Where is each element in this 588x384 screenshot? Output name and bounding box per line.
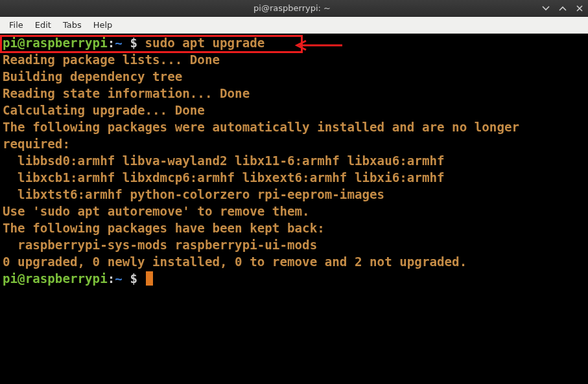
prompt-symbol: $	[123, 271, 145, 286]
prompt-user-host: pi@raspberrypi	[3, 271, 108, 286]
terminal-line-prompt-1: pi@raspberrypi:~ $ sudo apt upgrade	[3, 35, 585, 52]
prompt-user-host: pi@raspberrypi	[3, 36, 108, 51]
menu-item-edit[interactable]: Edit	[30, 18, 56, 32]
maximize-icon[interactable]	[558, 4, 567, 13]
menu-item-help[interactable]: Help	[88, 18, 118, 32]
minimize-icon[interactable]	[541, 4, 550, 13]
terminal-output-line: The following packages have been kept ba…	[3, 220, 585, 237]
window-controls	[331, 4, 588, 13]
prompt-separator: :	[108, 36, 115, 51]
terminal-output-line: The following packages were automaticall…	[3, 119, 585, 136]
prompt-path: ~	[115, 36, 123, 51]
terminal-output-line: Reading package lists... Done	[3, 52, 585, 69]
prompt-path: ~	[115, 271, 123, 286]
terminal-output-line: libxtst6:armhf python-colorzero rpi-eepr…	[3, 186, 585, 203]
terminal-cursor	[146, 271, 153, 286]
terminal-output-line: Building dependency tree	[3, 69, 585, 85]
menu-item-tabs[interactable]: Tabs	[58, 18, 87, 32]
terminal-output-line: 0 upgraded, 0 newly installed, 0 to remo…	[3, 254, 585, 271]
terminal-output-line: libxcb1:armhf libxdmcp6:armhf libxext6:a…	[3, 170, 585, 186]
close-icon[interactable]	[575, 4, 584, 13]
terminal-output-line: raspberrypi-sys-mods raspberrypi-ui-mods	[3, 237, 585, 254]
terminal-output-line: Use 'sudo apt autoremove' to remove them…	[3, 203, 585, 220]
menu-item-file[interactable]: File	[4, 18, 29, 32]
prompt-separator: :	[108, 271, 115, 286]
terminal-output-line: Reading state information... Done	[3, 85, 585, 102]
window-titlebar: pi@raspberrypi: ~	[0, 0, 588, 17]
terminal-output-line: required:	[3, 136, 585, 153]
terminal-command: sudo apt upgrade	[145, 36, 265, 51]
prompt-symbol: $	[123, 36, 145, 51]
terminal-output-line: Calculating upgrade... Done	[3, 102, 585, 119]
menubar: File Edit Tabs Help	[0, 17, 588, 34]
terminal-output-line: libbsd0:armhf libva-wayland2 libx11-6:ar…	[3, 153, 585, 170]
window-title: pi@raspberrypi: ~	[253, 3, 331, 13]
terminal-area[interactable]: pi@raspberrypi:~ $ sudo apt upgrade Read…	[0, 34, 588, 384]
terminal-line-prompt-2: pi@raspberrypi:~ $	[3, 271, 585, 288]
